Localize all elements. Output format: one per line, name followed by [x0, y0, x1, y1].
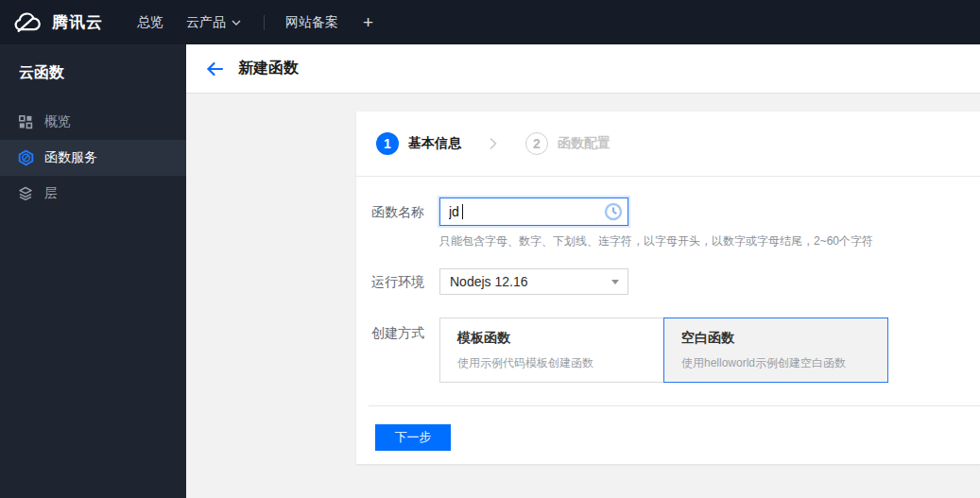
- sidebar-item-label: 函数服务: [44, 149, 97, 166]
- sidebar-item-overview[interactable]: 概览: [0, 104, 186, 140]
- function-name-row: 函数名称: [356, 197, 980, 249]
- sidebar-item-function-service[interactable]: 函数服务: [0, 140, 186, 176]
- function-name-label: 函数名称: [371, 197, 424, 226]
- wizard-steps: 1 基本信息 2 函数配置: [356, 112, 980, 177]
- basic-info-form: 函数名称: [356, 197, 980, 383]
- creation-method-cards: 模板函数 使用示例代码模板创建函数 空白函数 使用helloworld示例创建空…: [439, 318, 888, 383]
- step-basic-info: 1 基本信息: [376, 132, 461, 155]
- creation-method-label: 创建方式: [371, 318, 424, 342]
- sidebar-item-label: 层: [44, 185, 58, 202]
- card-title: 模板函数: [457, 330, 663, 347]
- scf-hexagon-icon: [18, 150, 34, 166]
- caret-down-icon: [611, 280, 619, 284]
- add-tab-button[interactable]: +: [363, 12, 373, 33]
- runtime-label: 运行环境: [371, 268, 424, 295]
- text-cursor: [462, 204, 463, 219]
- brand-home-link[interactable]: 腾讯云: [11, 11, 103, 34]
- nav-item-cloud-products-label: 云产品: [186, 14, 226, 31]
- panel-footer: 下一步: [369, 405, 980, 464]
- chevron-down-icon: [232, 20, 241, 26]
- topnav-links: 总览 云产品 网站备案 +: [137, 12, 396, 33]
- chevron-right-icon: [490, 137, 497, 150]
- main-area: 新建函数 1 基本信息 2 函数配置 函数名称: [186, 44, 980, 498]
- page-title: 新建函数: [238, 59, 299, 78]
- clock-pending-icon: [603, 201, 624, 226]
- creation-method-row: 创建方式 模板函数 使用示例代码模板创建函数 空白函数 使用helloworld…: [356, 318, 980, 383]
- layers-icon: [18, 186, 34, 202]
- step-function-config: 2 函数配置: [525, 132, 610, 155]
- next-step-button[interactable]: 下一步: [375, 424, 451, 451]
- topnav: 腾讯云 总览 云产品 网站备案 +: [0, 0, 980, 44]
- function-name-hint: 只能包含字母、数字、下划线、连字符，以字母开头，以数字或字母结尾，2~60个字符: [439, 233, 873, 249]
- sidebar: 云函数 概览 函数服务: [0, 44, 186, 498]
- create-function-panel: 1 基本信息 2 函数配置 函数名称: [356, 112, 980, 464]
- function-name-input[interactable]: [439, 197, 628, 226]
- sidebar-item-layers[interactable]: 层: [0, 176, 186, 212]
- runtime-select[interactable]: Nodejs 12.16: [439, 268, 628, 295]
- sidebar-title: 云函数: [0, 44, 186, 83]
- step-number-badge: 1: [376, 132, 399, 155]
- step-number-badge: 2: [525, 132, 548, 155]
- nav-divider: [264, 15, 265, 30]
- nav-item-cloud-products[interactable]: 云产品: [186, 14, 241, 31]
- tencent-cloud-logo-icon: [11, 11, 43, 34]
- function-name-input-wrap: [439, 197, 628, 226]
- sidebar-item-label: 概览: [44, 113, 71, 130]
- page-header: 新建函数: [186, 44, 980, 94]
- step-label: 函数配置: [558, 135, 610, 152]
- brand-name: 腾讯云: [52, 11, 103, 33]
- creation-method-card-template[interactable]: 模板函数 使用示例代码模板创建函数: [439, 318, 664, 383]
- back-button[interactable]: [205, 61, 224, 77]
- card-title: 空白函数: [681, 330, 887, 347]
- nav-item-overview[interactable]: 总览: [137, 14, 163, 31]
- runtime-row: 运行环境 Nodejs 12.16: [356, 268, 980, 295]
- creation-method-card-blank[interactable]: 空白函数 使用helloworld示例创建空白函数: [663, 318, 888, 383]
- runtime-selected-value: Nodejs 12.16: [450, 274, 528, 289]
- card-description: 使用helloworld示例创建空白函数: [681, 355, 887, 371]
- nav-item-icp-filing[interactable]: 网站备案: [285, 14, 338, 31]
- content-area: 1 基本信息 2 函数配置 函数名称: [186, 94, 980, 498]
- step-label: 基本信息: [408, 135, 461, 152]
- sidebar-menu: 概览 函数服务 层: [0, 104, 186, 212]
- card-description: 使用示例代码模板创建函数: [457, 355, 663, 371]
- grid-icon: [18, 114, 34, 130]
